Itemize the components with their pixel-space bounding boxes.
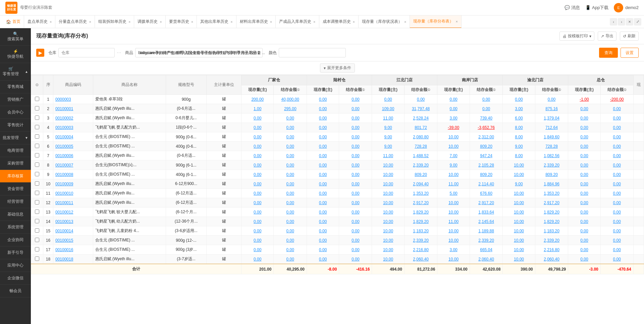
table-cell[interactable]: 0.00: [307, 95, 339, 104]
row-checkbox[interactable]: [35, 115, 39, 120]
table-cell[interactable]: 0.00: [600, 142, 633, 151]
sidebar-item-inventory[interactable]: 库存核算: [0, 170, 31, 183]
table-cell[interactable]: 2,339.20: [470, 236, 503, 245]
table-cell[interactable]: 10.00: [372, 245, 404, 254]
row-checkbox[interactable]: [35, 144, 39, 148]
table-cell[interactable]: 0.00: [241, 113, 274, 123]
table-cell[interactable]: 2,917.20: [535, 198, 568, 207]
table-cell[interactable]: 0.00: [307, 207, 339, 217]
table-cell[interactable]: 0.00: [568, 113, 600, 123]
close-tab-icon[interactable]: ×: [404, 20, 406, 24]
sidebar-item-retail-mgmt[interactable]: 🛒 零售管理 ▲: [0, 63, 31, 81]
table-cell[interactable]: 0.00: [241, 189, 274, 198]
table-cell[interactable]: 2,080.80: [404, 132, 437, 142]
table-cell[interactable]: 1,488.52: [404, 151, 437, 160]
table-cell[interactable]: 0.00: [241, 179, 274, 189]
warehouse-input[interactable]: [58, 48, 115, 57]
table-cell[interactable]: 0.00: [339, 198, 372, 207]
table-cell-check[interactable]: [31, 123, 43, 132]
sidebar-item-enterprise[interactable]: 企业协同: [0, 234, 31, 246]
user-area[interactable]: E demo2: [614, 3, 639, 12]
table-cell-check[interactable]: [31, 207, 43, 217]
table-cell[interactable]: 0.00: [600, 160, 633, 170]
table-cell[interactable]: 0.00: [600, 217, 633, 226]
table-cell[interactable]: 10.00: [372, 236, 404, 245]
table-cell[interactable]: 10.00: [503, 217, 535, 226]
table-cell[interactable]: 10.00: [437, 170, 470, 179]
tab-stock-dist[interactable]: 现存量（库存分布表） ×: [410, 15, 461, 28]
table-cell[interactable]: 9.00: [372, 123, 404, 132]
sidebar-item-member[interactable]: 会员中心: [0, 106, 31, 119]
table-cell[interactable]: 0.00: [339, 160, 372, 170]
table-cell[interactable]: 10.00: [503, 189, 535, 198]
table-cell[interactable]: 0.00: [339, 245, 372, 254]
table-cell[interactable]: 1,849.60: [535, 132, 568, 142]
table-cell[interactable]: 10.00: [372, 226, 404, 236]
table-cell-code[interactable]: 00100001: [53, 104, 93, 113]
sidebar-item-app-center[interactable]: 应用中心: [0, 259, 31, 272]
table-cell[interactable]: 712.64: [535, 123, 568, 132]
sidebar-item-ecommerce[interactable]: 电商管理: [0, 144, 31, 157]
tab-sub-inventory[interactable]: 分量盘点单历史 ×: [55, 15, 95, 28]
sidebar-item-purchase[interactable]: 采购管理: [0, 157, 31, 170]
tab-transfer[interactable]: 调拨单历史 ×: [134, 15, 165, 28]
row-checkbox[interactable]: [35, 153, 39, 157]
table-cell[interactable]: 10.00: [437, 207, 470, 217]
close-tab-icon[interactable]: ×: [353, 20, 355, 24]
table-cell[interactable]: 5.00: [437, 189, 470, 198]
table-cell[interactable]: 10.00: [503, 254, 535, 264]
table-cell[interactable]: 809.20: [535, 170, 568, 179]
close-tab-icon[interactable]: ×: [313, 20, 315, 24]
table-cell[interactable]: 0.00: [307, 254, 339, 264]
table-cell-check[interactable]: [31, 254, 43, 264]
row-checkbox[interactable]: [35, 181, 39, 186]
table-cell[interactable]: 0.00: [404, 95, 437, 104]
table-cell[interactable]: 0.00: [274, 151, 307, 160]
table-cell[interactable]: 0.00: [339, 170, 372, 179]
table-cell[interactable]: 0.00: [339, 95, 372, 104]
table-cell[interactable]: 0.00: [600, 189, 633, 198]
table-cell[interactable]: 0.00: [568, 142, 600, 151]
table-cell[interactable]: 10.00: [437, 226, 470, 236]
table-cell[interactable]: 10.00: [372, 160, 404, 170]
table-cell[interactable]: 3.00: [437, 245, 470, 254]
table-cell[interactable]: -39.00: [437, 123, 470, 132]
table-cell[interactable]: 0.00: [307, 179, 339, 189]
sidebar-item-new-guide[interactable]: 新手引导: [0, 246, 31, 259]
table-cell[interactable]: 10.00: [503, 207, 535, 217]
table-cell[interactable]: 0.00: [600, 207, 633, 217]
sidebar-item-retail-mall[interactable]: 零售商城: [0, 81, 31, 93]
table-cell[interactable]: 0.00: [339, 123, 372, 132]
tab-cost-adjust[interactable]: 成本调整单历史 ×: [319, 15, 359, 28]
table-cell-check[interactable]: [31, 142, 43, 151]
table-cell[interactable]: 10.00: [437, 236, 470, 245]
table-cell[interactable]: 7.00: [437, 151, 470, 160]
table-cell[interactable]: 728.28: [404, 142, 437, 151]
row-checkbox[interactable]: [35, 219, 39, 223]
table-cell[interactable]: 0.00: [307, 132, 339, 142]
table-cell[interactable]: 0.00: [372, 95, 404, 104]
table-cell[interactable]: 2,312.00: [470, 132, 503, 142]
table-cell[interactable]: 0.00: [241, 170, 274, 179]
table-cell[interactable]: 40,000.00: [274, 95, 307, 104]
row-checkbox[interactable]: [35, 163, 39, 167]
table-cell[interactable]: 10.00: [437, 198, 470, 207]
row-checkbox[interactable]: [35, 97, 39, 101]
table-cell-check[interactable]: [31, 198, 43, 207]
table-cell[interactable]: 739.40: [470, 113, 503, 123]
row-checkbox[interactable]: [35, 210, 39, 214]
table-cell[interactable]: 665.04: [470, 245, 503, 254]
table-cell[interactable]: 0.00: [241, 226, 274, 236]
table-cell[interactable]: 2,917.20: [470, 198, 503, 207]
table-cell[interactable]: 9.00: [503, 179, 535, 189]
table-cell-check[interactable]: [31, 217, 43, 226]
table-cell[interactable]: 1,379.04: [535, 113, 568, 123]
table-cell[interactable]: 0.00: [568, 179, 600, 189]
table-cell[interactable]: 0.00: [274, 189, 307, 198]
close-tab-icon[interactable]: ×: [128, 20, 130, 24]
close-tab-icon[interactable]: ×: [230, 20, 232, 24]
table-cell[interactable]: 2,094.40: [404, 179, 437, 189]
table-cell[interactable]: 2,339.20: [404, 236, 437, 245]
table-cell[interactable]: 0.00: [535, 95, 568, 104]
table-cell[interactable]: 0.00: [600, 226, 633, 236]
